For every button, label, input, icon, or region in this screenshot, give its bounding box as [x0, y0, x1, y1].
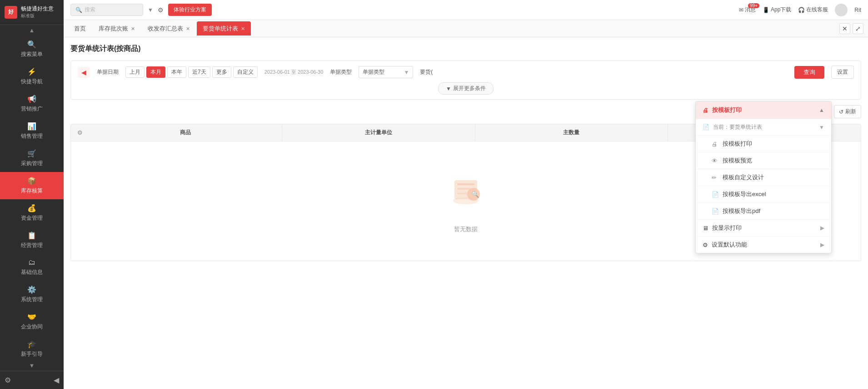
default-func-icon: ⚙	[703, 242, 708, 248]
type-selector[interactable]: 单据类型 ▼	[359, 66, 413, 78]
sidebar-item-finance-label: 资金管理	[21, 214, 43, 222]
dropdown-item-template-custom[interactable]: ✏ 模板自定义设计	[696, 169, 831, 186]
date-btn-current-month[interactable]: 本月	[146, 66, 165, 78]
sidebar-item-collab-label: 企业协同	[21, 323, 43, 331]
yh-label: 要货(	[420, 68, 433, 76]
sidebar-item-sales[interactable]: 📊销售管理	[0, 117, 64, 145]
topbar: 🔍 搜索 ▼ ⚙ 体验行业方案 ✉ 消息 99+ 📱 App下载 🎧 在线客服 …	[64, 0, 868, 20]
item-preview-icon: 👁	[712, 157, 719, 164]
settings-button[interactable]: 设置	[831, 66, 854, 79]
tab-home[interactable]: 首页	[68, 21, 92, 35]
type-selector-chevron: ▼	[404, 69, 409, 76]
newbie-icon: 🎓	[27, 340, 36, 349]
tab-expand-button[interactable]: ⤢	[853, 23, 863, 34]
collapse-icon[interactable]: ◀	[54, 376, 59, 384]
sidebar-item-newbie[interactable]: 🎓新手引导	[0, 335, 64, 360]
sidebar-item-operations[interactable]: 📋经营管理	[0, 227, 64, 254]
tab-batch-close[interactable]: ✕	[131, 26, 135, 32]
tab-close-button[interactable]: ✕	[839, 23, 850, 34]
topbar-right: ✉ 消息 99+ 📱 App下载 🎧 在线客服 Rit	[739, 4, 861, 16]
sidebar-item-shortcut[interactable]: ⚡快捷导航	[0, 63, 64, 90]
sidebar-item-shortcut-label: 快捷导航	[21, 78, 43, 86]
dropdown-item-template-pdf[interactable]: 📄 按模板导出pdf	[696, 202, 831, 219]
sidebar-nav: 🔍搜索菜单⚡快捷导航📢营销推广📊销售管理🛒采购管理📦库存核算💰资金管理📋经营管理…	[0, 35, 64, 360]
date-btn-7days[interactable]: 近7天	[188, 66, 210, 78]
item-pdf-icon: 📄	[712, 208, 719, 215]
sidebar-item-collab[interactable]: 🤝企业协同	[0, 308, 64, 335]
app-download-item[interactable]: 📱 App下载	[763, 6, 791, 14]
dropdown-item-template-preview[interactable]: 👁 按模板预览	[696, 152, 831, 169]
svg-rect-4	[457, 192, 467, 194]
messages-item[interactable]: ✉ 消息 99+	[739, 6, 756, 14]
refresh-icon: ↺	[839, 109, 843, 115]
sidebar-bottom: ⚙ ◀	[0, 371, 64, 389]
dropdown-item-template-print[interactable]: 🖨 按模板打印	[696, 135, 831, 152]
date-btn-custom[interactable]: 自定义	[233, 66, 258, 78]
date-btn-current-year[interactable]: 本年	[167, 66, 186, 78]
expand-more-btn[interactable]: ▼ 展开更多条件	[438, 82, 494, 95]
tab-batch-label: 库存批次账	[99, 25, 128, 33]
topbar-dropdown-icon[interactable]: ▼	[148, 7, 153, 13]
table-settings-icon[interactable]: ⚙	[71, 125, 89, 141]
type-filter-label: 单据类型	[330, 68, 352, 76]
sidebar-item-marketing-label: 营销推广	[21, 105, 43, 113]
filter-bar: ◀ 单据日期 上月 本月 本年 近7天 更多 自定义 2023-06-01 至 …	[70, 61, 861, 100]
current-doc-icon: 📄	[703, 124, 709, 130]
tab-order-stats[interactable]: 要货单统计表 ✕	[197, 21, 251, 35]
sidebar-item-basic[interactable]: 🗂基础信息	[0, 254, 64, 281]
item-template-excel-label: 按模板导出excel	[723, 190, 766, 198]
date-range-display: 2023-06-01 至 2023-06-30	[264, 69, 324, 76]
user-avatar[interactable]	[835, 4, 848, 16]
message-icon: ✉	[739, 7, 743, 13]
sidebar-item-newbie-label: 新手引导	[21, 350, 43, 358]
current-text: 当前：要货单统计表	[713, 124, 762, 130]
date-btn-prev-month[interactable]: 上月	[125, 66, 145, 78]
sidebar-item-purchase[interactable]: 🛒采购管理	[0, 145, 64, 172]
refresh-button[interactable]: ↺ 刷新	[834, 105, 861, 118]
app-download-icon: 📱	[763, 7, 769, 13]
inventory-icon: 📦	[27, 177, 36, 185]
tab-collection-close[interactable]: ✕	[186, 26, 190, 32]
dropdown-header-right: ▲	[819, 107, 824, 113]
sidebar-scroll-down[interactable]: ▼	[0, 360, 64, 371]
page-title: 要货单统计表(按商品)	[70, 44, 861, 54]
dropdown-print-icon: 🖨	[703, 107, 708, 114]
date-group: 上月 本月 本年 近7天 更多 自定义	[125, 66, 258, 78]
sidebar-item-search[interactable]: 🔍搜索菜单	[0, 35, 64, 63]
dropdown-section-display-print[interactable]: 🖥 按显示打印 ▶	[696, 219, 831, 236]
settings-bottom-icon[interactable]: ⚙	[5, 376, 11, 384]
system-icon: ⚙️	[27, 285, 36, 294]
finance-icon: 💰	[27, 204, 36, 212]
online-service-item[interactable]: 🎧 在线客服	[798, 6, 828, 14]
sidebar-item-purchase-label: 采购管理	[21, 160, 43, 167]
dropdown-current: 📄 当前：要货单统计表 ▼	[696, 119, 831, 135]
sidebar-item-system-label: 系统管理	[21, 296, 43, 303]
tab-collection[interactable]: 收发存汇总表 ✕	[142, 21, 196, 35]
empty-text: 暂无数据	[454, 225, 478, 233]
logo-icon: 好	[5, 6, 17, 19]
refresh-label: 刷新	[845, 108, 856, 116]
sidebar-item-marketing[interactable]: 📢营销推广	[0, 90, 64, 117]
filter-collapse-btn[interactable]: ◀	[78, 67, 90, 78]
sidebar-scroll-up[interactable]: ▲	[0, 25, 64, 35]
tab-order-stats-close[interactable]: ✕	[241, 26, 245, 32]
messages-badge: 99+	[748, 3, 759, 8]
page-content-area: 要货单统计表(按商品) ◀ 单据日期 上月 本月 本年 近7天 更多 自定义 2…	[64, 37, 868, 389]
default-func-label: 设置默认功能	[712, 241, 747, 249]
trial-button[interactable]: 体验行业方案	[168, 4, 212, 16]
dropdown-section-default-func[interactable]: ⚙ 设置默认功能 ▶	[696, 236, 831, 253]
search-box[interactable]: 🔍 搜索	[70, 4, 143, 16]
tab-batch[interactable]: 库存批次账 ✕	[93, 21, 141, 35]
sidebar-item-finance[interactable]: 💰资金管理	[0, 199, 64, 227]
query-button[interactable]: 查询	[794, 66, 824, 79]
basic-icon: 🗂	[28, 258, 35, 267]
dropdown-item-template-excel[interactable]: 📄 按模板导出excel	[696, 186, 831, 202]
sidebar-item-inventory[interactable]: 📦库存核算	[0, 172, 64, 199]
date-btn-more[interactable]: 更多	[212, 66, 231, 78]
dropdown-arrow-up[interactable]: ▲	[819, 107, 824, 113]
topbar-gear-icon[interactable]: ⚙	[158, 6, 164, 14]
print-dropdown: 🖨 按模板打印 ▲ 📄 当前：要货单统计表 ▼ 🖨 按模板打印 👁	[695, 101, 832, 253]
main-content: 🔍 搜索 ▼ ⚙ 体验行业方案 ✉ 消息 99+ 📱 App下载 🎧 在线客服 …	[64, 0, 868, 389]
sidebar-item-system[interactable]: ⚙️系统管理	[0, 281, 64, 308]
sidebar-item-search-label: 搜索菜单	[21, 51, 43, 58]
